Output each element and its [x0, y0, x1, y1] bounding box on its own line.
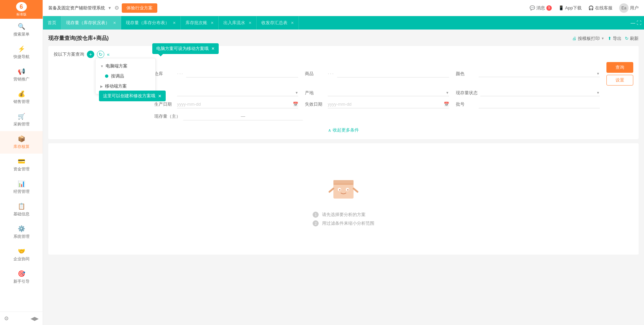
scheme-tri-2: ▶: [100, 85, 103, 88]
sidebar-item-search[interactable]: 🔍 搜索菜单: [0, 19, 43, 41]
production-date-input[interactable]: yyyy-mm-dd 📅: [177, 100, 298, 108]
sidebar-item-collab[interactable]: 🤝 企业协同: [0, 243, 43, 266]
tab-close-5[interactable]: ✕: [291, 21, 294, 25]
batch-input[interactable]: [479, 100, 600, 108]
collapse-btn[interactable]: ∧ 收起更多条件: [54, 124, 633, 134]
stock-status-select[interactable]: ▼: [480, 90, 600, 96]
user-btn[interactable]: Ea 用户: [619, 3, 639, 13]
tab-inventory-status[interactable]: 现存量（库存状况表） ✕: [61, 16, 121, 30]
filter-origin: 产地 ▼: [305, 90, 449, 96]
filter-stock-main: 现存量（主） —: [154, 112, 303, 120]
sidebar-item-purchase[interactable]: 🛒 采购管理: [0, 109, 43, 131]
refresh-btn[interactable]: ↻ 刷新: [625, 36, 639, 42]
export-btn[interactable]: ⬆ 导出: [608, 36, 622, 42]
sidebar-item-operations[interactable]: 📊 经营管理: [0, 176, 43, 199]
filter-color: 颜色 ▼: [456, 70, 600, 77]
topbar-settings-icon[interactable]: ⚙: [114, 5, 119, 11]
scheme-popover-2: 这里可以创建和修改方案哦 ✕: [99, 91, 166, 101]
tab-inout-flow[interactable]: 出入库流水 ✕: [219, 16, 257, 30]
expiry-date-label: 失效日期: [305, 101, 325, 107]
stock-status-label: 现存量状态: [456, 90, 478, 96]
empty-icon: [327, 170, 360, 204]
sidebar-item-inventory[interactable]: 📦 库存核算: [0, 131, 43, 154]
sidebar-nav: 🔍 搜索菜单 ⚡ 快捷导航 📢 营销推广 💰 销售管理 🛒 采购管理 📦 库存核…: [0, 19, 43, 312]
tab-close-1[interactable]: ✕: [113, 21, 116, 25]
popover1-close-btn[interactable]: ✕: [211, 46, 215, 51]
phone-icon: 📱: [558, 5, 564, 10]
tab-batch-ledger[interactable]: 库存批次账 ✕: [181, 16, 219, 30]
stock-range-min[interactable]: [183, 112, 239, 120]
filter-arrow-btn[interactable]: «: [107, 52, 110, 57]
headset-icon: 🎧: [588, 5, 594, 10]
sidebar-settings-btn[interactable]: ⚙: [4, 315, 9, 322]
sidebar-item-finance[interactable]: 💳 资金管理: [0, 154, 43, 176]
avatar: Ea: [619, 3, 629, 13]
collab-icon: 🤝: [18, 248, 25, 255]
reset-button[interactable]: 设置: [606, 75, 633, 86]
origin-label: 产地: [305, 90, 325, 96]
tab-close-3[interactable]: ✕: [211, 21, 214, 25]
search-button[interactable]: 查询: [606, 62, 633, 73]
collapse-icon: ∧: [328, 128, 331, 133]
svg-line-7: [354, 188, 358, 192]
tab-maximize-icon[interactable]: ⛶: [637, 20, 641, 25]
color-select[interactable]: ▼: [479, 70, 600, 77]
tab-close-4[interactable]: ✕: [249, 21, 252, 25]
scheme-item-product[interactable]: 按调品: [96, 71, 155, 81]
page-header: 现存量查询(按仓库+商品) 🖨 按模板打印 ▼ ⬆ 导出 ↻ 刷新: [48, 35, 639, 42]
basicinfo-icon: 📋: [18, 203, 25, 210]
svg-point-4: [339, 189, 340, 191]
popover2-close-btn[interactable]: ✕: [158, 94, 162, 99]
sidebar-collapse-btn[interactable]: ◀▶: [31, 315, 39, 322]
color-dropdown-icon: ▼: [596, 72, 600, 75]
tab-close-2[interactable]: ✕: [173, 21, 176, 25]
hint1-num: 1: [313, 212, 319, 218]
stock-range: —: [183, 112, 303, 120]
sidebar-item-quicknav[interactable]: ⚡ 快捷导航: [0, 41, 43, 64]
warehouse-dots[interactable]: ···: [177, 71, 183, 77]
expiry-date-input[interactable]: yyyy-mm-dd 📅: [328, 100, 449, 108]
sidebar-item-marketing[interactable]: 📢 营销推广: [0, 64, 43, 86]
scheme-popover-1: 电脑方案可设为移动方案哦 ✕: [152, 43, 219, 54]
filter-stock-status: 现存量状态 ▼: [456, 90, 600, 96]
svg-rect-0: [333, 183, 354, 199]
size-select[interactable]: ▼: [177, 90, 298, 96]
print-btn[interactable]: 🖨 按模板打印 ▼: [572, 36, 604, 42]
sidebar: 6 标准版 🔍 搜索菜单 ⚡ 快捷导航 📢 营销推广 💰 销售管理 🛒 采购管理…: [0, 0, 43, 325]
filter-edit-btn[interactable]: ↻: [97, 51, 104, 58]
marketing-icon: 📢: [18, 68, 25, 75]
sidebar-item-system[interactable]: ⚙️ 系统管理: [0, 221, 43, 243]
tab-inventory-dist[interactable]: 现存量（库存分布表） ✕: [121, 16, 181, 30]
system-dropdown-icon[interactable]: ▼: [108, 6, 112, 10]
online-support-btn[interactable]: 🎧 在线客服: [588, 5, 612, 11]
page-actions: 🖨 按模板打印 ▼ ⬆ 导出 ↻ 刷新: [572, 36, 639, 42]
logo-icon: 6: [16, 2, 27, 11]
warehouse-label: 仓库: [154, 71, 174, 77]
logo-text: 标准版: [16, 12, 26, 17]
app-download-btn[interactable]: 📱 App下载: [558, 5, 582, 11]
sidebar-logo: 6 标准版: [0, 0, 43, 19]
origin-select[interactable]: ▼: [328, 90, 449, 96]
filter-add-btn[interactable]: +: [87, 51, 94, 58]
empty-state-hints: 1 请先选择要分析的方案 2 用过滤条件来缩小分析范围: [313, 210, 374, 228]
sidebar-item-guide[interactable]: 🎯 新手引导: [0, 266, 43, 288]
tab-collect-summary[interactable]: 收发存汇总表 ✕: [257, 16, 299, 30]
sidebar-item-sales[interactable]: 💰 销售管理: [0, 86, 43, 109]
scheme-tri-1: ▼: [100, 64, 104, 68]
scheme-group-desktop[interactable]: ▼ 电脑端方案: [96, 61, 155, 71]
trial-btn[interactable]: 体验行业方案: [122, 3, 157, 13]
scheme-group-mobile[interactable]: ▶ 移动端方案: [96, 81, 155, 91]
search-nav-icon: 🔍: [18, 23, 25, 30]
system-name: 装备及固定资产辅助管理系统: [48, 5, 105, 11]
production-date-cal-icon: 📅: [293, 102, 298, 107]
sidebar-item-basicinfo[interactable]: 📋 基础信息: [0, 199, 43, 221]
filter-expiry-date: 失效日期 yyyy-mm-dd 📅: [305, 100, 449, 108]
tab-home[interactable]: 首页: [43, 16, 61, 30]
empty-state: 1 请先选择要分析的方案 2 用过滤条件来缩小分析范围: [48, 143, 639, 255]
tab-minimize-icon[interactable]: —: [631, 20, 635, 25]
stock-range-max[interactable]: [247, 112, 303, 120]
print-dropdown-icon[interactable]: ▼: [601, 37, 604, 40]
message-btn[interactable]: 💬 消息 9: [530, 5, 552, 11]
production-date-label: 生产日期: [154, 101, 174, 107]
goods-dots[interactable]: ···: [328, 71, 334, 77]
